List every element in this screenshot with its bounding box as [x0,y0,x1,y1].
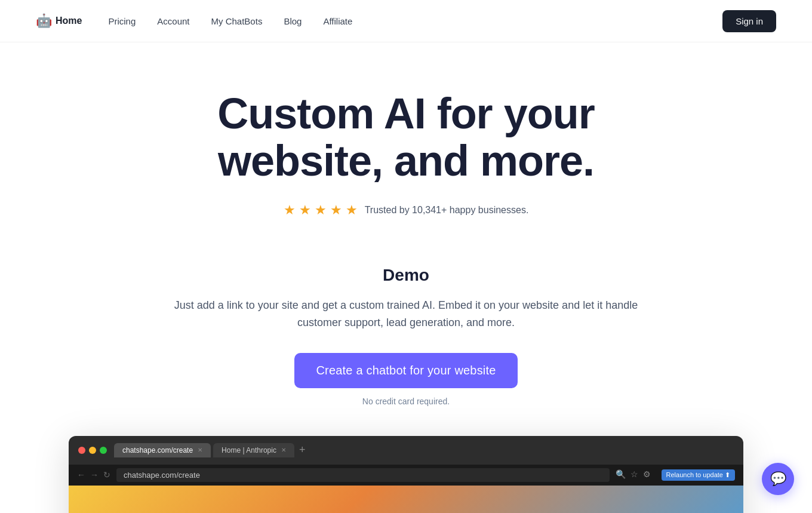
tab-1-close[interactable]: ✕ [198,447,202,453]
browser-url-bar: ← → ↻ chatshape.com/create 🔍 ☆ ⚙ Relaunc… [69,465,743,486]
tab-1-label: chatshape.com/create [122,446,193,454]
maximize-window-button[interactable] [100,447,107,454]
extensions-icon[interactable]: ⚙ [643,469,651,481]
demo-title: Demo [383,266,429,285]
browser-tab-1[interactable]: chatshape.com/create ✕ [114,443,211,457]
zoom-icon: 🔍 [616,469,626,481]
reload-icon[interactable]: ↻ [103,470,110,480]
hero-section: Custom AI for your website, and more. ★ … [0,42,812,242]
browser-mockup: chatshape.com/create ✕ Home | Anthropic … [69,436,743,513]
trust-text: Trusted by 10,341+ happy businesses. [365,205,529,216]
new-tab-button[interactable]: + [299,444,306,456]
chat-widget-button[interactable]: 💬 [762,463,794,495]
back-icon[interactable]: ← [77,470,85,480]
hero-title: Custom AI for your website, and more. [137,90,675,185]
browser-title-bar: chatshape.com/create ✕ Home | Anthropic … [69,436,743,465]
nav-logo[interactable]: 🤖 Home [36,13,82,29]
browser-toolbar-icons: 🔍 ☆ ⚙ Relaunch to update ⬆ [616,469,735,481]
hero-trust-row: ★ ★ ★ ★ ★ Trusted by 10,341+ happy busin… [284,202,529,218]
browser-window-controls [78,447,107,454]
star-5: ★ [346,202,358,218]
create-chatbot-button[interactable]: Create a chatbot for your website [294,353,517,388]
browser-tabs: chatshape.com/create ✕ Home | Anthropic … [114,443,734,457]
nav-link-blog[interactable]: Blog [274,11,311,31]
no-credit-text: No credit card required. [362,397,450,406]
demo-description: Just add a link to your site and get a c… [161,297,651,331]
browser-content: Create chatbot [69,486,743,513]
star-1: ★ [284,202,296,218]
tab-2-close[interactable]: ✕ [281,447,286,453]
star-3: ★ [315,202,327,218]
star-2: ★ [299,202,311,218]
nav-links: Pricing Account My ChatBots Blog Affilia… [99,11,362,31]
browser-nav-arrows: ← → ↻ [77,470,110,480]
nav-link-account[interactable]: Account [147,11,199,31]
browser-tab-2[interactable]: Home | Anthropic ✕ [213,443,294,457]
bookmark-icon[interactable]: ☆ [630,469,638,481]
tab-2-label: Home | Anthropic [222,446,276,454]
chat-widget-icon: 💬 [770,471,786,487]
logo-text: Home [56,16,82,26]
star-4: ★ [330,202,342,218]
close-window-button[interactable] [78,447,85,454]
logo-emoji: 🤖 [36,13,52,29]
browser-mockup-wrapper: chatshape.com/create ✕ Home | Anthropic … [0,418,812,513]
nav-link-pricing[interactable]: Pricing [99,11,145,31]
nav-link-affiliate[interactable]: Affiliate [313,11,362,31]
url-input[interactable]: chatshape.com/create [116,468,610,482]
sign-in-button[interactable]: Sign in [722,10,776,32]
minimize-window-button[interactable] [89,447,96,454]
demo-section: Demo Just add a link to your site and ge… [0,242,812,418]
forward-icon[interactable]: → [90,470,99,480]
relaunch-button[interactable]: Relaunch to update ⬆ [662,469,735,481]
nav-link-my-chatbots[interactable]: My ChatBots [202,11,272,31]
navbar: 🤖 Home Pricing Account My ChatBots Blog … [0,0,812,42]
browser-inner-title: Create chatbot [302,509,510,513]
